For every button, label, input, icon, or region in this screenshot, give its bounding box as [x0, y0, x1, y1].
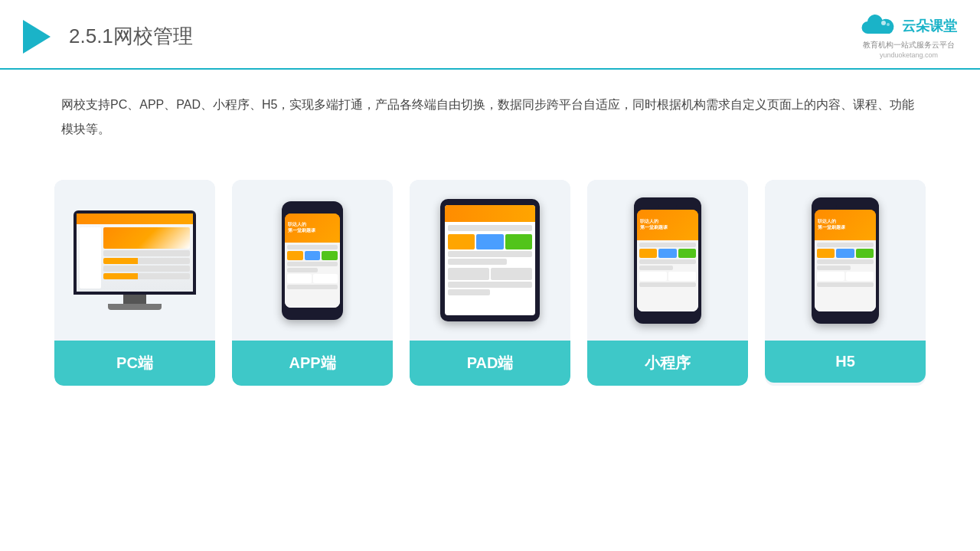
logo-text-main: 云朵课堂: [902, 17, 957, 35]
card-pad[interactable]: PAD端: [410, 180, 570, 386]
card-h5-image: 职达人的第一堂刷题课: [765, 180, 926, 341]
card-pad-label: PAD端: [410, 341, 570, 386]
logo-icon: 云朵课堂: [861, 14, 957, 38]
card-miniprogram[interactable]: 职达人的第一堂刷题课: [587, 180, 748, 386]
mini-phone-mock: 职达人的第一堂刷题课: [634, 197, 701, 324]
cards-container: PC端 职达人的第一堂刷题课: [0, 157, 980, 401]
card-pc[interactable]: PC端: [54, 180, 215, 386]
pad-tablet-mock: [440, 199, 540, 321]
h5-phone-mock: 职达人的第一堂刷题课: [812, 197, 879, 324]
card-h5-label: H5: [765, 341, 926, 383]
app-phone-mock: 职达人的第一堂刷题课: [282, 201, 343, 320]
h5-phone-body: 职达人的第一堂刷题课: [812, 197, 879, 324]
header: 2.5.1网校管理 云朵课堂 教育机构一站式服务云平台 yunduoketang…: [0, 0, 980, 70]
card-app[interactable]: 职达人的第一堂刷题课: [232, 180, 393, 386]
logo-url: yunduoketang.com: [880, 51, 938, 59]
card-pc-label: PC端: [54, 341, 215, 386]
mini-phone-body: 职达人的第一堂刷题课: [634, 197, 701, 324]
logo-area: 云朵课堂 教育机构一站式服务云平台 yunduoketang.com: [861, 14, 957, 59]
play-icon: [23, 20, 51, 54]
pc-monitor: [74, 210, 196, 295]
card-app-label: APP端: [232, 341, 393, 386]
card-miniprogram-label: 小程序: [587, 341, 748, 386]
svg-point-1: [887, 23, 890, 26]
title-prefix: 2.5.1: [69, 24, 113, 47]
card-pc-image: [54, 180, 215, 341]
pc-device-mock: [74, 210, 196, 310]
pc-screen: [77, 214, 193, 292]
card-h5[interactable]: 职达人的第一堂刷题课: [765, 180, 926, 386]
cloud-icon: [861, 14, 897, 38]
page-title: 2.5.1网校管理: [69, 23, 193, 50]
card-app-image: 职达人的第一堂刷题课: [232, 180, 393, 341]
description-text: 网校支持PC、APP、PAD、小程序、H5，实现多端打通，产品各终端自由切换，数…: [0, 70, 980, 149]
tablet-body: [440, 199, 540, 321]
header-left: 2.5.1网校管理: [23, 20, 193, 54]
phone-body: 职达人的第一堂刷题课: [282, 201, 343, 320]
svg-point-0: [881, 21, 886, 25]
card-pad-image: [410, 180, 570, 341]
card-miniprogram-image: 职达人的第一堂刷题课: [587, 180, 748, 341]
title-main: 网校管理: [113, 24, 193, 47]
logo-tagline: 教育机构一站式服务云平台: [863, 40, 955, 51]
